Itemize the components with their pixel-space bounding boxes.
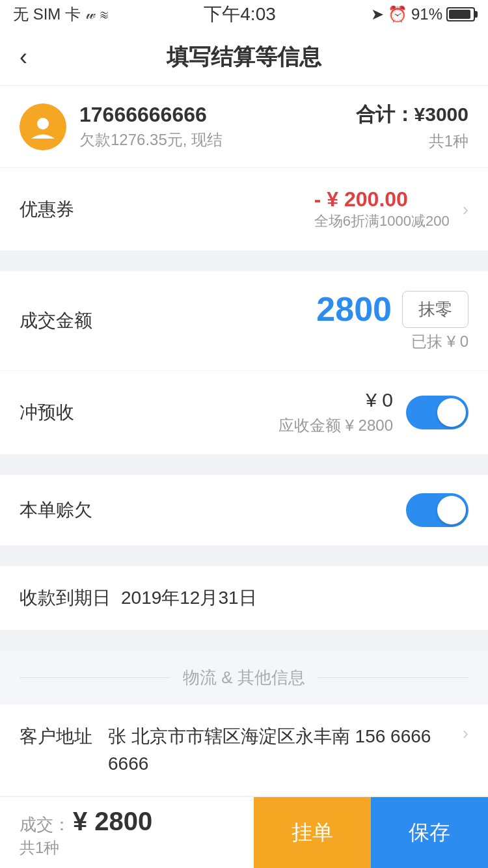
address-label: 客户地址 [20, 724, 92, 749]
debt-section: 本单赊欠 [0, 475, 488, 545]
customer-total: 合计：¥3000 共1种 [356, 102, 468, 152]
coupon-section[interactable]: 优惠券 - ¥ 200.00 全场6折满1000减200 › [0, 168, 488, 251]
logistics-line-right [318, 677, 468, 678]
bottom-deal-label: 成交： [20, 813, 70, 836]
deal-amount-section: 成交金额 2800 抹零 已抹 ¥ 0 冲预收 ¥ 0 应收金额 ¥ 2800 [0, 271, 488, 454]
battery-icon [446, 7, 475, 21]
bottom-amount-row: 成交： ¥ 2800 [20, 807, 234, 836]
status-right: ➤ ⏰ 91% [371, 5, 475, 23]
section-divider-2 [0, 465, 488, 475]
customer-sub: 欠款1276.35元, 现结 [79, 129, 356, 150]
status-time: 下午4:03 [204, 2, 276, 27]
prepay-label: 冲预收 [20, 400, 278, 425]
deal-amount-controls: 2800 抹零 [316, 290, 468, 329]
bottom-count: 共1种 [20, 837, 234, 858]
main-content: 17666666666 欠款1276.35元, 现结 合计：¥3000 共1种 … [0, 86, 488, 868]
save-button[interactable]: 保存 [371, 797, 488, 869]
section-divider-3 [0, 556, 488, 566]
wifi-icon: 𝓌 ≋ [86, 6, 109, 23]
deal-amount-sub: 已抹 ¥ 0 [411, 331, 468, 352]
coupon-desc: 全场6折满1000减200 [314, 211, 450, 231]
coupon-label: 优惠券 [20, 197, 314, 222]
bottom-bar: 成交： ¥ 2800 共1种 挂单 保存 [0, 796, 488, 868]
logistics-line-left [20, 677, 170, 678]
bottom-info: 成交： ¥ 2800 共1种 [0, 807, 254, 858]
battery-fill [449, 10, 470, 19]
prepay-right: ¥ 0 应收金额 ¥ 2800 [278, 389, 393, 436]
customer-info: 17666666666 欠款1276.35元, 现结 [79, 103, 356, 150]
logistics-label: 物流 & 其他信息 [170, 666, 318, 689]
section-divider-4 [0, 640, 488, 651]
prepay-row: 冲预收 ¥ 0 应收金额 ¥ 2800 [0, 371, 488, 454]
due-date-value: 2019年12月31日 [121, 586, 257, 610]
total-sub: 共1种 [356, 131, 468, 152]
customer-section: 17666666666 欠款1276.35元, 现结 合计：¥3000 共1种 [0, 86, 488, 168]
sim-label: 无 SIM 卡 [13, 4, 81, 25]
bottom-amount-value: ¥ 2800 [73, 807, 152, 836]
deal-amount-value: 2800 [316, 290, 392, 329]
battery-percent: 91% [411, 5, 442, 23]
due-date-label: 收款到期日 [20, 586, 111, 610]
pending-button[interactable]: 挂单 [254, 797, 371, 869]
coupon-amount: - ¥ 200.00 [314, 187, 408, 211]
debt-row: 本单赊欠 [0, 475, 488, 545]
coupon-right: - ¥ 200.00 全场6折满1000减200 › [314, 187, 468, 231]
address-section[interactable]: 客户地址 张 北京市市辖区海淀区永丰南 156 6666 6666 › [0, 705, 488, 796]
toggle-knob [437, 398, 466, 427]
deal-amount-label: 成交金额 [20, 308, 316, 333]
debt-toggle-knob [437, 496, 466, 524]
section-divider [0, 261, 488, 271]
alarm-icon: ⏰ [388, 5, 407, 23]
page-title: 填写结算等信息 [167, 42, 321, 72]
avatar [20, 103, 66, 150]
prepay-toggle[interactable] [406, 396, 468, 429]
debt-toggle[interactable] [406, 493, 468, 527]
deal-amount-row: 成交金额 2800 抹零 已抹 ¥ 0 [0, 271, 488, 371]
status-bar: 无 SIM 卡 𝓌 ≋ 下午4:03 ➤ ⏰ 91% [0, 0, 488, 29]
nav-bar: ‹ 填写结算等信息 [0, 29, 488, 86]
due-date-row: 收款到期日 2019年12月31日 [0, 566, 488, 630]
total-amount: 合计：¥3000 [356, 102, 468, 128]
svg-point-0 [37, 118, 49, 129]
chevron-right-icon: › [463, 199, 468, 220]
address-chevron-icon: › [463, 723, 468, 744]
status-left: 无 SIM 卡 𝓌 ≋ [13, 4, 109, 25]
coupon-value-block: - ¥ 200.00 全场6折满1000减200 [314, 187, 450, 231]
address-value: 张 北京市市辖区海淀区永丰南 156 6666 6666 [108, 723, 452, 778]
location-icon: ➤ [371, 5, 384, 23]
back-button[interactable]: ‹ [13, 37, 34, 77]
round-down-button[interactable]: 抹零 [402, 291, 468, 328]
customer-phone: 17666666666 [79, 103, 356, 127]
debt-label: 本单赊欠 [20, 498, 406, 522]
due-date-section: 收款到期日 2019年12月31日 [0, 566, 488, 630]
prepay-amount: ¥ 0 [366, 389, 393, 411]
logistics-header: 物流 & 其他信息 [0, 651, 488, 705]
prepay-sub: 应收金额 ¥ 2800 [278, 415, 393, 436]
